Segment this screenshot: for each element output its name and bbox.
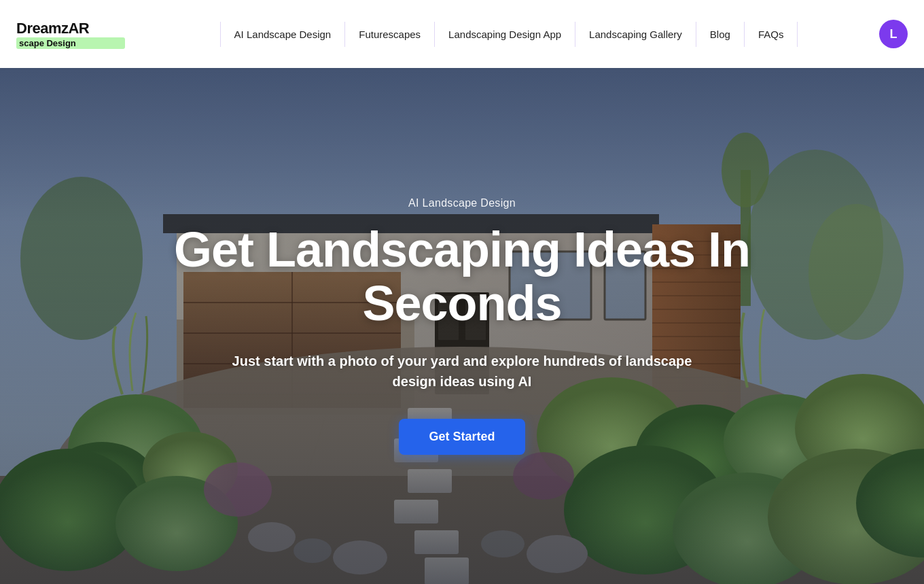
nav-item-futurescapes[interactable]: Futurescapes (345, 22, 435, 47)
nav-item-landscaping-gallery[interactable]: Landscaping Gallery (575, 22, 696, 47)
get-started-button[interactable]: Get Started (399, 419, 525, 455)
hero-subtitle: AI Landscape Design (408, 197, 516, 209)
hero-title: Get Landscaping Ideas In Seconds (170, 223, 754, 330)
brand-tagline: scape Design (16, 37, 125, 49)
nav-item-faqs[interactable]: FAQs (745, 22, 798, 47)
main-nav: AI Landscape Design Futurescapes Landsca… (152, 22, 866, 47)
nav-item-landscaping-design-app[interactable]: Landscaping Design App (435, 22, 575, 47)
nav-item-blog[interactable]: Blog (696, 22, 745, 47)
nav-item-ai-landscape-design[interactable]: AI Landscape Design (220, 22, 346, 47)
brand-name: DreamzAR (16, 20, 125, 37)
hero-section: AI Landscape Design Get Landscaping Idea… (0, 68, 924, 584)
hero-description: Just start with a photo of your yard and… (217, 351, 707, 392)
header: DreamzAR scape Design AI Landscape Desig… (0, 0, 924, 68)
hero-content: AI Landscape Design Get Landscaping Idea… (0, 68, 924, 584)
header-cta-button[interactable]: L (879, 20, 908, 48)
logo[interactable]: DreamzAR scape Design (16, 20, 125, 49)
